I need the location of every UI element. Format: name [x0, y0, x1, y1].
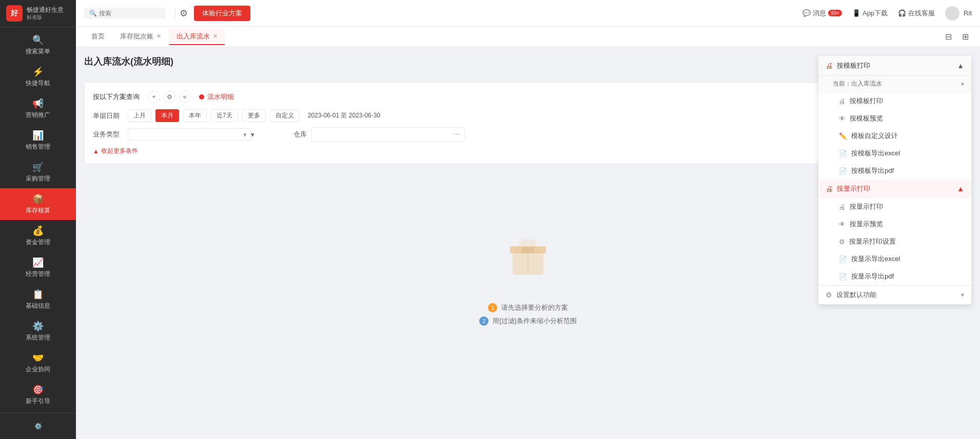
sidebar-item-operation[interactable]: 📈 经营管理 — [0, 252, 76, 284]
filter-actions: + ⚙ « — [148, 91, 191, 103]
dropdown-display-print[interactable]: 🖨 按显示打印 — [818, 198, 971, 215]
user-avatar-button[interactable]: Rit — [945, 6, 972, 21]
sidebar-item-label: 库存核算 — [26, 206, 50, 215]
chevron-down-icon: ▾ — [961, 291, 964, 298]
sidebar-item-label: 销售管理 — [26, 143, 50, 151]
sidebar-item-quick-nav[interactable]: ⚡ 快捷导航 — [0, 61, 76, 93]
inventory-icon: 📦 — [32, 193, 44, 205]
sidebar-item-search[interactable]: 🔍 搜索菜单 — [0, 29, 76, 61]
date-field-label: 单据日期 — [93, 111, 120, 121]
sidebar-item-marketing[interactable]: 📢 营销推广 — [0, 93, 76, 125]
sidebar-item-finance[interactable]: 💰 资金管理 — [0, 220, 76, 252]
date-btn-this-month[interactable]: 本月 — [155, 109, 179, 122]
dropdown-up-button[interactable]: ▲ — [957, 62, 964, 70]
sidebar-item-label: 经营管理 — [26, 270, 50, 278]
warehouse-more-button[interactable]: ··· — [454, 130, 460, 139]
sidebar-item-system[interactable]: ⚙️ 系统管理 — [0, 315, 76, 347]
dropdown-template-preview[interactable]: 👁 按模板预览 — [818, 110, 971, 127]
maximize-button[interactable]: ⊞ — [959, 31, 972, 43]
app-download-icon: 📱 — [852, 9, 860, 17]
basic-icon: 📋 — [32, 289, 44, 300]
tab-label: 首页 — [91, 32, 105, 41]
minimize-button[interactable]: ⊟ — [942, 31, 955, 43]
search-input[interactable] — [99, 10, 161, 17]
trial-industry-button[interactable]: 体验行业方案 — [194, 6, 250, 21]
customer-service-button[interactable]: 🎧 在线客服 — [898, 9, 935, 18]
step-num-1: 1 — [488, 303, 497, 312]
item-label: 按显示打印 — [850, 202, 883, 211]
add-filter-button[interactable]: + — [148, 91, 160, 103]
dropdown-panel: 🖨 按模板打印 ▲ 当前：出入库流水 ▾ 🖨 按模板打印 — [818, 55, 972, 305]
display-print-icon: 🖨 — [826, 185, 833, 193]
dropdown-current-text: 当前：出入库流水 — [833, 79, 882, 88]
tabs-bar: 首页 库存批次账 ✕ 出入库流水 ✕ ⊟ ⊞ — [76, 27, 980, 47]
dropdown-display-pdf[interactable]: 📄 按显示导出pdf — [818, 268, 971, 285]
date-btn-last-month[interactable]: 上月 — [128, 109, 151, 122]
settings-icon: ⚙ — [826, 291, 832, 299]
message-button[interactable]: 💬 消息 99+ — [802, 9, 842, 18]
filter-tag: 流水明细 — [207, 92, 234, 102]
settings-filter-button[interactable]: ⚙ — [163, 91, 175, 103]
biz-type-select-wrapper — [128, 128, 251, 141]
dropdown-template-pdf[interactable]: 📄 按模板导出pdf — [818, 162, 971, 179]
dropdown-template-excel[interactable]: 📄 按模板导出excel — [818, 145, 971, 162]
date-btn-this-year[interactable]: 本年 — [183, 109, 207, 122]
message-icon: 💬 — [802, 9, 811, 17]
sidebar-footer-settings[interactable]: ⚙️ — [0, 418, 76, 434]
pdf-icon: 📄 — [839, 167, 847, 175]
close-icon[interactable]: ✕ — [213, 33, 218, 39]
close-icon[interactable]: ✕ — [156, 33, 161, 39]
sidebar-item-enterprise[interactable]: 🤝 企业协同 — [0, 347, 76, 379]
sidebar-item-purchase[interactable]: 🛒 采购管理 — [0, 156, 76, 188]
item-label: 模板自定义设计 — [851, 131, 898, 141]
search-box[interactable]: 🔍 — [84, 8, 166, 19]
dropdown-expand-button[interactable]: ▲ — [957, 185, 964, 193]
dropdown-section-display: 🖨 按显示打印 ▲ — [818, 179, 971, 198]
app-download-button[interactable]: 📱 App下载 — [852, 9, 888, 18]
item-label: 按显示预览 — [850, 220, 883, 229]
collapse-filter-button[interactable]: « — [179, 91, 191, 103]
date-btn-more[interactable]: 更多 — [242, 109, 266, 122]
dropdown-template-custom[interactable]: ✏️ 模板自定义设计 — [818, 127, 971, 145]
sidebar-item-basic[interactable]: 📋 基础信息 — [0, 284, 76, 315]
app-download-label: App下载 — [863, 9, 888, 18]
message-label: 消息 — [813, 9, 826, 18]
item-label: 按显示打印设置 — [849, 237, 896, 246]
app-logo: 好 畅捷通好生意 标准版 — [0, 0, 76, 27]
tab-home[interactable]: 首页 — [84, 29, 112, 45]
headset-icon: 🎧 — [898, 9, 906, 17]
tab-label: 出入库流水 — [177, 32, 210, 41]
quick-nav-icon: ⚡ — [32, 66, 44, 77]
excel-icon: 📄 — [839, 255, 847, 263]
topbar-right: 💬 消息 99+ 📱 App下载 🎧 在线客服 Rit — [802, 6, 972, 21]
purchase-icon: 🛒 — [32, 162, 44, 173]
sidebar-item-newbie[interactable]: 🎯 新手引导 — [0, 379, 76, 411]
biz-type-label: 业务类型 — [93, 130, 120, 139]
finance-icon: 💰 — [32, 225, 44, 236]
operation-icon: 📈 — [32, 257, 44, 268]
customer-service-label: 在线客服 — [908, 9, 935, 18]
sidebar-item-sales[interactable]: 📊 销售管理 — [0, 125, 76, 156]
tab-batch-account[interactable]: 库存批次账 ✕ — [113, 29, 168, 45]
date-btn-7days[interactable]: 近7天 — [211, 109, 238, 122]
dropdown-template-print[interactable]: 🖨 按模板打印 — [818, 92, 971, 110]
chevron-down-icon: ▾ — [251, 131, 254, 138]
sidebar-item-inventory[interactable]: 📦 库存核算 — [0, 188, 76, 220]
dropdown-footer-settings[interactable]: ⚙ 设置默认功能 ▾ — [818, 285, 971, 304]
warehouse-label: 仓库 — [293, 130, 307, 139]
dropdown-section-label: 按显示打印 — [837, 184, 870, 193]
step-num-2: 2 — [479, 316, 488, 326]
dropdown-display-preview[interactable]: 👁 按显示预览 — [818, 215, 971, 233]
date-btn-custom[interactable]: 自定义 — [270, 109, 300, 122]
item-label: 按显示导出excel — [851, 254, 900, 264]
empty-step-1: 1 请先选择要分析的方案 — [488, 303, 568, 312]
dropdown-current-arrow: ▾ — [961, 81, 964, 88]
page-content: 出入库流水(流水明细) 🖨 按模板打印 ▲ ↑ 导出 ↻ 刷新 — [76, 47, 980, 439]
system-icon: ⚙️ — [32, 321, 44, 332]
settings-icon[interactable]: ⚙ — [180, 8, 188, 19]
sidebar-item-label: 营销推广 — [26, 111, 50, 119]
dropdown-display-excel[interactable]: 📄 按显示导出excel — [818, 250, 971, 268]
tab-flow[interactable]: 出入库流水 ✕ — [169, 29, 225, 45]
dropdown-display-settings[interactable]: ⚙ 按显示打印设置 — [818, 233, 971, 250]
biz-type-select[interactable] — [128, 128, 251, 141]
